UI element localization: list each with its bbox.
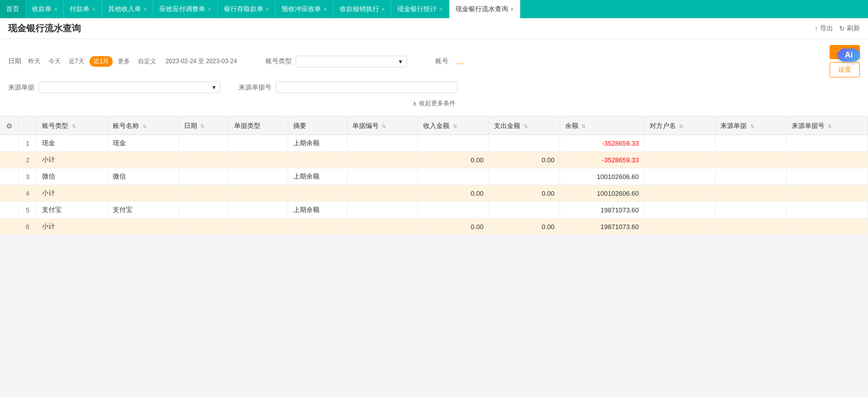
nav-tab-receipt-label: 收款单 (32, 5, 52, 14)
filter-row-date: 日期 昨天 今天 近7天 近1月 更多 自定义 2023-02-24 至 202… (8, 45, 860, 77)
row-settings (0, 202, 19, 218)
date-option-7days[interactable]: 近7天 (66, 56, 87, 67)
row-source-voucher (715, 202, 786, 218)
income-header-label: 收入金额 (423, 122, 449, 129)
row-source-voucher-no (786, 135, 867, 152)
column-expense[interactable]: 支出金额 ⇅ (489, 117, 560, 135)
close-other-income-icon[interactable]: × (144, 6, 147, 12)
account-more-icon[interactable]: ... (456, 56, 464, 67)
date-option-custom[interactable]: 自定义 (135, 56, 159, 67)
table-row: 6 小计 0.00 0.00 19871073.60 (0, 218, 868, 235)
row-voucher-type (229, 135, 288, 152)
sort-counterparty-icon: ⇅ (679, 123, 683, 129)
sort-income-icon: ⇅ (453, 123, 457, 129)
nav-tab-receipt[interactable]: 收款单 × (26, 0, 64, 18)
refresh-button[interactable]: ↻ 刷新 (839, 24, 860, 33)
source-voucher-no-input[interactable] (276, 81, 458, 93)
close-cash-bank-stat-icon[interactable]: × (439, 6, 442, 12)
row-voucher-type (229, 168, 288, 185)
close-ar-ap-icon[interactable]: × (208, 6, 211, 12)
nav-tab-cash-bank-flow[interactable]: 现金银行流水查询 × (449, 0, 520, 18)
nav-tab-ar-ap-adjust[interactable]: 应收应付调整单 × (153, 0, 217, 18)
row-source-voucher-no (786, 152, 867, 168)
close-receipt-verify-icon[interactable]: × (382, 6, 385, 12)
nav-tab-bank-deposit[interactable]: 银行存取款单 × (218, 0, 276, 18)
row-balance: 19871073.60 (560, 218, 644, 235)
row-balance: -3528659.33 (560, 152, 644, 168)
nav-tab-prepay-offset[interactable]: 预收冲应收单 × (276, 0, 333, 18)
row-account-name (108, 185, 178, 202)
column-balance[interactable]: 余额 ⇅ (560, 117, 644, 135)
column-voucher-no[interactable]: 单据编号 ⇅ (347, 117, 418, 135)
account-type-select[interactable]: ▾ (296, 56, 407, 67)
row-counterparty (644, 202, 715, 218)
export-button[interactable]: ↑ 导出 (815, 24, 834, 33)
row-date (178, 202, 229, 218)
row-source-voucher-no (786, 185, 867, 202)
row-expense (489, 168, 560, 185)
row-expense (489, 135, 560, 152)
collapse-label: 收起更多条件 (419, 99, 455, 108)
date-option-more[interactable]: 更多 (115, 56, 133, 67)
row-summary: 上期余额 (288, 168, 347, 185)
nav-tab-prepay-offset-label: 预收冲应收单 (282, 5, 321, 14)
top-navigation: 首页 收款单 × 付款单 × 其他收入单 × 应收应付调整单 × 银行存取款单 … (0, 0, 868, 18)
settings-button[interactable]: 设置 (830, 62, 860, 77)
balance-header-label: 余额 (565, 122, 578, 129)
row-settings (0, 168, 19, 185)
column-source-voucher-no[interactable]: 来源单据号 ⇅ (786, 117, 867, 135)
nav-tab-payment[interactable]: 付款单 × (64, 0, 102, 18)
nav-tab-cash-bank-stat[interactable]: 现金银行统计 × (391, 0, 449, 18)
column-settings[interactable]: ⚙ (0, 117, 19, 135)
row-account-name (108, 218, 178, 235)
close-cash-bank-flow-icon[interactable]: × (511, 6, 514, 12)
export-label: 导出 (820, 24, 833, 33)
source-voucher-no-header-label: 来源单据号 (792, 122, 825, 129)
close-prepay-icon[interactable]: × (324, 6, 327, 12)
collapse-button[interactable]: ∧ 收起更多条件 (8, 97, 860, 110)
filter-area: 日期 昨天 今天 近7天 近1月 更多 自定义 2023-02-24 至 202… (0, 39, 868, 116)
row-voucher-no (347, 218, 418, 235)
row-index: 2 (19, 152, 37, 168)
header-actions: ↑ 导出 ↻ 刷新 (815, 24, 860, 33)
ai-badge[interactable]: Ai (838, 49, 860, 62)
nav-tab-receipt-verify[interactable]: 收款核销执行 × (334, 0, 391, 18)
row-source-voucher (715, 135, 786, 152)
column-account-name[interactable]: 账号名称 ⇅ (108, 117, 178, 135)
column-source-voucher[interactable]: 来源单据 ⇅ (715, 117, 786, 135)
row-income (418, 135, 488, 152)
column-account-type[interactable]: 账号类型 ⇅ (37, 117, 108, 135)
column-date[interactable]: 日期 ⇅ (178, 117, 229, 135)
source-voucher-label: 来源单据 (8, 83, 34, 92)
row-counterparty (644, 185, 715, 202)
row-voucher-no (347, 168, 418, 185)
date-option-1month[interactable]: 近1月 (89, 56, 113, 67)
row-voucher-type (229, 185, 288, 202)
row-account-type: 支付宝 (37, 202, 108, 218)
table-row: 5 支付宝 支付宝 上期余额 19871073.60 (0, 202, 868, 218)
row-index: 5 (19, 202, 37, 218)
row-income (418, 168, 488, 185)
close-receipt-icon[interactable]: × (54, 6, 57, 12)
source-voucher-select[interactable]: ▾ (38, 81, 220, 93)
row-source-voucher (715, 218, 786, 235)
row-source-voucher-no (786, 168, 867, 185)
row-summary: 上期余额 (288, 202, 347, 218)
nav-tab-home[interactable]: 首页 (0, 0, 26, 18)
date-option-today[interactable]: 今天 (45, 56, 64, 67)
row-source-voucher-no (786, 202, 867, 218)
sort-voucher-no-icon: ⇅ (382, 123, 386, 129)
close-bank-deposit-icon[interactable]: × (266, 6, 269, 12)
close-payment-icon[interactable]: × (92, 6, 95, 12)
source-voucher-chevron-icon: ▾ (212, 83, 216, 91)
row-voucher-no (347, 152, 418, 168)
filter-row-source: 来源单据 ▾ 来源单据号 (8, 81, 860, 93)
row-account-type: 小计 (37, 152, 108, 168)
nav-tab-other-income[interactable]: 其他收入单 × (102, 0, 153, 18)
expense-header-label: 支出金额 (494, 122, 520, 129)
column-counterparty[interactable]: 对方户名 ⇅ (644, 117, 715, 135)
column-income[interactable]: 收入金额 ⇅ (418, 117, 488, 135)
row-income: 0.00 (418, 152, 488, 168)
date-option-yesterday[interactable]: 昨天 (25, 56, 43, 67)
row-date (178, 168, 229, 185)
